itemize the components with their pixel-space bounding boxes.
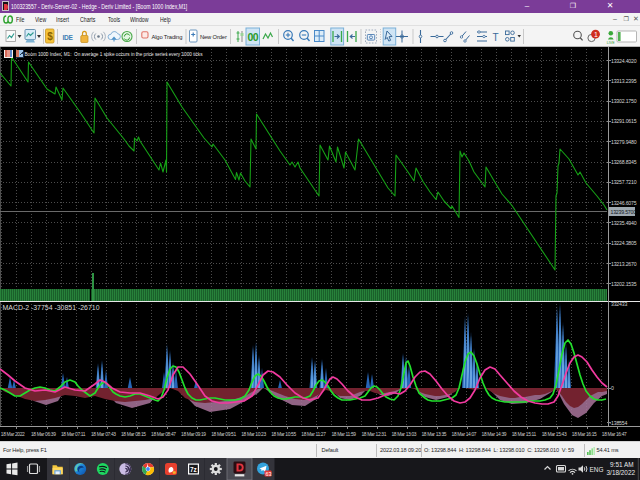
svg-text:18 Mar 13:03: 18 Mar 13:03: [392, 432, 417, 437]
svg-text:63: 63: [266, 471, 272, 477]
svg-text:$: $: [47, 31, 53, 42]
svg-text:13224.3805: 13224.3805: [611, 240, 637, 246]
svg-text:18 Mar 09:51: 18 Mar 09:51: [211, 432, 236, 437]
svg-text:T: T: [493, 32, 499, 43]
svg-text:ENG: ENG: [590, 466, 604, 473]
svg-text:13324.4020: 13324.4020: [611, 58, 637, 64]
svg-text:LIVE: LIVE: [607, 41, 615, 45]
svg-text:18 Mar 2022: 18 Mar 2022: [1, 432, 25, 437]
svg-text:1: 1: [594, 31, 598, 38]
svg-text:13279.9480: 13279.9480: [611, 139, 637, 145]
svg-text:18 Mar 16:15: 18 Mar 16:15: [572, 432, 597, 437]
svg-text:18 Mar 12:31: 18 Mar 12:31: [361, 432, 386, 437]
svg-text:13302.1750: 13302.1750: [611, 98, 637, 104]
svg-text:18 Mar 15:11: 18 Mar 15:11: [512, 432, 537, 437]
svg-text:13246.6075: 13246.6075: [611, 200, 637, 206]
svg-text:18 Mar 08:47: 18 Mar 08:47: [151, 432, 176, 437]
svg-text:00: 00: [248, 31, 259, 43]
svg-text:9:51 AM: 9:51 AM: [610, 461, 633, 468]
svg-text:New Order: New Order: [200, 34, 227, 40]
svg-text:IDE: IDE: [63, 34, 74, 41]
svg-text:3/18/2022: 3/18/2022: [607, 469, 636, 476]
svg-text:13239.5700: 13239.5700: [611, 209, 637, 215]
svg-text:332433: 332433: [611, 301, 627, 307]
svg-text:18 Mar 16:47: 18 Mar 16:47: [602, 432, 627, 437]
svg-text:13213.2670: 13213.2670: [611, 261, 637, 267]
svg-text:18 Mar 11:59: 18 Mar 11:59: [331, 432, 356, 437]
svg-text:13268.8345: 13268.8345: [611, 159, 637, 165]
svg-text:18 Mar 14:07: 18 Mar 14:07: [452, 432, 477, 437]
svg-text:18 Mar 10:55: 18 Mar 10:55: [271, 432, 296, 437]
svg-text:18 Mar 06:39: 18 Mar 06:39: [31, 432, 56, 437]
svg-text:-138554: -138554: [610, 420, 628, 426]
svg-text:0: 0: [611, 385, 614, 391]
svg-text:18 Mar 09:19: 18 Mar 09:19: [181, 432, 206, 437]
svg-text:13202.1535: 13202.1535: [611, 281, 637, 287]
svg-text:7z: 7z: [190, 466, 197, 473]
svg-text:Boom 1000 Index, M1: On avera: Boom 1000 Index, M1: On average 1 spike …: [25, 51, 203, 57]
svg-text:18 Mar 07:43: 18 Mar 07:43: [91, 432, 116, 437]
svg-text:18 Mar 14:39: 18 Mar 14:39: [482, 432, 507, 437]
svg-text:18 Mar 10:23: 18 Mar 10:23: [241, 432, 266, 437]
svg-text:Algo Trading: Algo Trading: [152, 34, 183, 40]
svg-text:18 Mar 08:15: 18 Mar 08:15: [121, 432, 146, 437]
svg-text:13291.0615: 13291.0615: [611, 118, 637, 124]
svg-text:18 Mar 11:27: 18 Mar 11:27: [301, 432, 326, 437]
svg-text:MACD-2 -37754 -30851 -26710: MACD-2 -37754 -30851 -26710: [3, 304, 100, 311]
svg-text:13257.7210: 13257.7210: [611, 179, 637, 185]
svg-text:13313.2395: 13313.2395: [611, 78, 637, 84]
svg-text:18 Mar 07:11: 18 Mar 07:11: [61, 432, 86, 437]
svg-text:18 Mar 15:43: 18 Mar 15:43: [542, 432, 567, 437]
svg-text:18 Mar 13:35: 18 Mar 13:35: [422, 432, 447, 437]
svg-text:13235.4940: 13235.4940: [611, 220, 637, 226]
